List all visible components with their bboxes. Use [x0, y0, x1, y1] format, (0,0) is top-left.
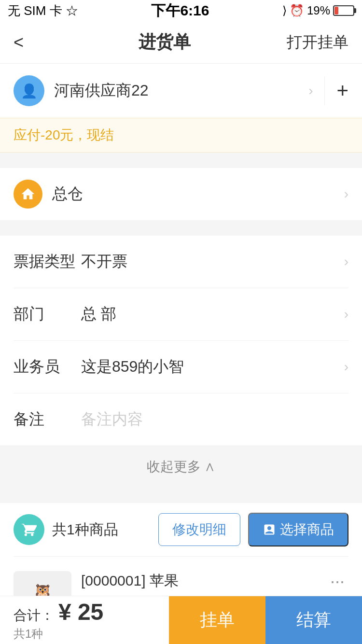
- status-right: ⟩ ⏰ 19%: [282, 4, 354, 17]
- invoice-row[interactable]: 票据类型 不开票 ›: [0, 236, 362, 288]
- salesman-chevron-icon: ›: [344, 359, 348, 375]
- warehouse-icon: [14, 180, 42, 209]
- battery-label: 19%: [307, 4, 330, 17]
- collapse-button[interactable]: 收起更多 ∧: [0, 446, 362, 488]
- products-divider: [14, 556, 348, 557]
- salesman-label: 业务员: [14, 356, 81, 378]
- warehouse-section: 总仓 ›: [0, 168, 362, 220]
- product-name: [0000001] 苹果: [81, 571, 317, 591]
- footer-total-row: 合计： ¥ 25: [14, 599, 155, 625]
- supplier-section: 👤 河南供应商22 › + 应付-20元，现结: [0, 64, 362, 153]
- select-product-button[interactable]: 选择商品: [248, 513, 348, 546]
- alarm-icon: ⏰: [290, 4, 304, 17]
- supplier-name: 河南供应商22: [54, 80, 308, 101]
- product-title: 苹果: [150, 573, 179, 588]
- supplier-chevron-icon: ›: [308, 83, 313, 98]
- product-code: [0000001]: [81, 573, 145, 588]
- status-left: 无 SIM 卡 ☆: [8, 2, 78, 19]
- warehouse-svg: [20, 186, 36, 202]
- select-product-icon: [263, 523, 276, 536]
- invoice-value: 不开票: [81, 251, 344, 272]
- salesman-row[interactable]: 业务员 这是859的小智 ›: [0, 341, 362, 393]
- supplier-divider: [324, 76, 325, 105]
- department-chevron-icon: ›: [344, 307, 348, 322]
- remark-input[interactable]: 备注内容: [81, 409, 348, 430]
- status-time: 下午6:16: [151, 1, 209, 21]
- location-icon: ⟩: [282, 4, 287, 17]
- footer-total: 合计： ¥ 25 共1种: [0, 599, 169, 642]
- remark-label: 备注: [14, 409, 81, 430]
- notice-bar: 应付-20元，现结: [0, 118, 362, 153]
- divider-1: [0, 160, 362, 168]
- supplier-avatar: 👤: [14, 75, 44, 106]
- total-sub: 共1种: [14, 626, 155, 642]
- divider-3: [0, 495, 362, 503]
- products-icon: [14, 514, 44, 545]
- shopping-icon: [21, 522, 37, 537]
- department-value: 总 部: [81, 304, 344, 325]
- avatar-icon: 👤: [21, 83, 38, 99]
- divider-2: [0, 228, 362, 236]
- products-count: 共1种商品: [52, 520, 151, 540]
- back-button[interactable]: <: [14, 32, 42, 53]
- open-pending-button[interactable]: 打开挂单: [287, 32, 348, 53]
- warehouse-row[interactable]: 总仓 ›: [0, 168, 362, 220]
- warehouse-name: 总仓: [52, 183, 344, 205]
- footer: 合计： ¥ 25 共1种 挂单 结算: [0, 596, 362, 644]
- form-section: 票据类型 不开票 › 部门 总 部 › 业务员 这是859的小智 › 备注 备注…: [0, 236, 362, 488]
- total-label: 合计：: [14, 608, 54, 623]
- edit-detail-button[interactable]: 修改明细: [158, 513, 240, 546]
- invoice-chevron-icon: ›: [344, 254, 348, 269]
- nav-bar: < 进货单 打开挂单: [0, 21, 362, 64]
- hold-button[interactable]: 挂单: [169, 596, 265, 644]
- department-row[interactable]: 部门 总 部 ›: [0, 288, 362, 340]
- sim-label: 无 SIM 卡 ☆: [8, 2, 78, 19]
- remark-row[interactable]: 备注 备注内容: [0, 393, 362, 446]
- page-title: 进货单: [139, 30, 191, 54]
- checkout-button[interactable]: 结算: [265, 596, 362, 644]
- invoice-label: 票据类型: [14, 251, 81, 272]
- battery-icon: [333, 5, 354, 16]
- warehouse-chevron-icon: ›: [344, 186, 348, 202]
- supplier-row[interactable]: 👤 河南供应商22 › +: [0, 64, 362, 118]
- product-more-button[interactable]: ···: [326, 571, 348, 591]
- department-label: 部门: [14, 304, 81, 325]
- select-product-label: 选择商品: [280, 520, 334, 539]
- total-amount: ¥ 25: [58, 599, 103, 625]
- products-header: 共1种商品 修改明细 选择商品: [0, 503, 362, 556]
- salesman-value: 这是859的小智: [81, 356, 344, 378]
- main-content: 👤 河南供应商22 › + 应付-20元，现结 总仓 › 票据类型 不开票 ›: [0, 64, 362, 644]
- add-supplier-button[interactable]: +: [336, 81, 348, 101]
- status-bar: 无 SIM 卡 ☆ 下午6:16 ⟩ ⏰ 19%: [0, 0, 362, 21]
